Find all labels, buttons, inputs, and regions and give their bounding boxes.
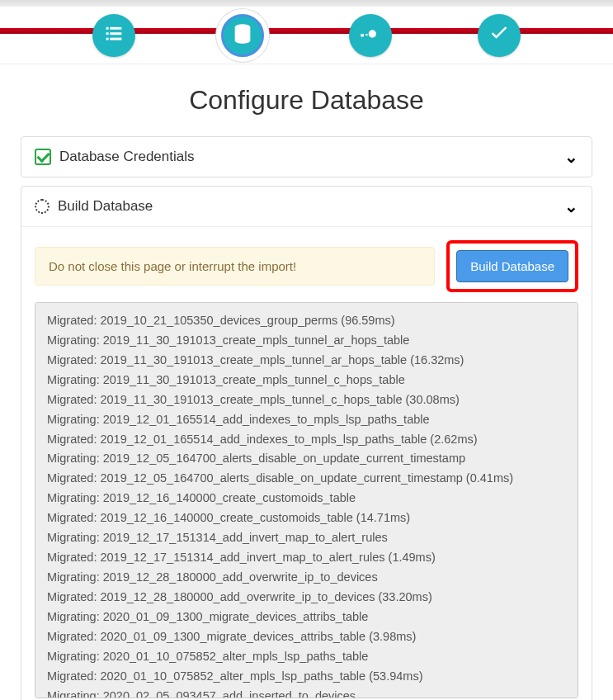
panel-build: Build Database ⌄ Do not close this page …: [21, 186, 592, 700]
log-line: Migrating: 2020_01_09_1300_migrate_devic…: [47, 608, 566, 627]
log-line: Migrated: 2020_01_10_075852_alter_mpls_l…: [47, 667, 566, 687]
migration-log[interactable]: Migrated: 2019_10_21_105350_devices_grou…: [35, 302, 578, 698]
step-1[interactable]: [92, 14, 135, 57]
svg-rect-2: [106, 32, 109, 35]
chevron-down-icon: ⌄: [564, 147, 578, 167]
check-icon: [488, 22, 511, 49]
log-line: Migrating: 2020_01_10_075852_alter_mpls_…: [47, 647, 566, 667]
svg-rect-3: [110, 32, 121, 35]
page-title: Configure Database: [0, 85, 613, 116]
database-icon: [231, 22, 254, 49]
log-line: Migrating: 2019_11_30_191013_create_mpls…: [47, 331, 566, 351]
key-icon: [359, 22, 382, 49]
checkbox-checked-icon: [35, 149, 51, 165]
log-line: Migrating: 2020_02_05_093457_add_inserte…: [47, 687, 566, 698]
log-line: Migrated: 2019_12_05_164700_alerts_disab…: [47, 469, 566, 489]
top-band: [0, 0, 613, 7]
svg-rect-5: [110, 38, 121, 40]
step-2[interactable]: [221, 14, 264, 57]
stepper: [0, 7, 613, 64]
spinner-icon: [35, 199, 50, 214]
panel-title: Build Database: [58, 198, 153, 215]
log-line: Migrated: 2019_11_30_191013_create_mpls_…: [47, 390, 566, 410]
build-button-highlight: Build Database: [446, 240, 578, 292]
panel-credentials: Database Credentials ⌄: [21, 136, 592, 177]
list-icon: [102, 22, 125, 49]
chevron-down-icon: ⌄: [564, 196, 578, 216]
svg-rect-4: [106, 38, 109, 40]
step-4[interactable]: [478, 14, 521, 57]
log-line: Migrating: 2019_12_17_151314_add_invert_…: [47, 528, 566, 548]
log-line: Migrating: 2019_11_30_191013_create_mpls…: [47, 371, 566, 390]
log-line: Migrated: 2020_01_09_1300_migrate_device…: [47, 627, 566, 647]
panel-title: Database Credentials: [59, 149, 194, 165]
step-3[interactable]: [349, 14, 392, 57]
panel-build-body: Do not close this page or interrupt the …: [21, 226, 592, 700]
log-line: Migrating: 2019_12_01_165514_add_indexes…: [47, 410, 566, 430]
log-line: Migrating: 2019_12_05_164700_alerts_disa…: [47, 449, 566, 469]
log-line: Migrating: 2019_12_16_140000_create_cust…: [47, 489, 566, 508]
panel-build-header[interactable]: Build Database ⌄: [21, 187, 592, 226]
log-line: Migrated: 2019_11_30_191013_create_mpls_…: [47, 351, 566, 371]
log-line: Migrated: 2019_12_17_151314_add_invert_m…: [47, 548, 566, 568]
panel-credentials-header[interactable]: Database Credentials ⌄: [21, 137, 592, 177]
build-database-button[interactable]: Build Database: [456, 250, 568, 282]
log-line: Migrated: 2019_10_21_105350_devices_grou…: [47, 311, 566, 331]
alert-warning: Do not close this page or interrupt the …: [35, 247, 435, 286]
log-line: Migrated: 2019_12_01_165514_add_indexes_…: [47, 430, 566, 450]
log-line: Migrated: 2019_12_28_180000_add_overwrit…: [47, 588, 566, 608]
svg-rect-1: [110, 27, 121, 30]
log-line: Migrating: 2019_12_28_180000_add_overwri…: [47, 568, 566, 588]
log-line: Migrated: 2019_12_16_140000_create_custo…: [47, 508, 566, 528]
svg-rect-0: [106, 27, 109, 30]
